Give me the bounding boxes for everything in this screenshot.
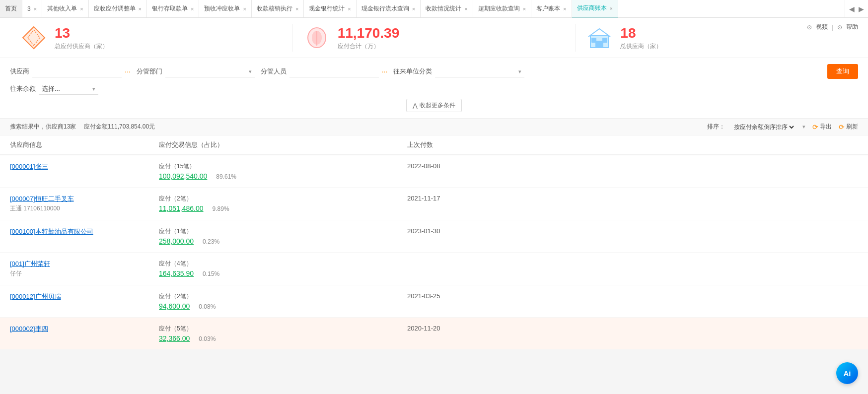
nav-next-arrow[interactable]: ▶: [857, 5, 866, 13]
stat-icon-total-suppliers: [585, 24, 613, 52]
tx-row: 100,092,540.00 89.61%: [159, 172, 407, 180]
search-button[interactable]: 查询: [827, 64, 858, 79]
supplier-input[interactable]: [32, 66, 122, 77]
filter-area: 供应商 ··· 分管部门 ▾ 分管人员 ··· 往来单位分类: [0, 58, 868, 119]
last-pay-date: 2023-01-30: [407, 227, 440, 235]
supplier-name-link[interactable]: [000012]广州贝瑞: [10, 292, 159, 301]
supplier-cell: [000007]恒旺二手叉车 王通 17106110000: [10, 195, 159, 213]
category-select[interactable]: [435, 66, 524, 77]
nav-tab-supplier-account[interactable]: 供应商账本×: [572, 0, 618, 18]
right-actions: 排序： 按应付余额倒序排序 ▾ ⟳ 导出 ⟳ 刷新: [707, 123, 858, 131]
supplier-name-link[interactable]: [000100]本特勤油品有限公司: [10, 227, 159, 236]
tx-label: 应付（1笔）: [159, 227, 407, 236]
tab-close-payable-adjust[interactable]: ×: [139, 6, 142, 12]
nav-tab-home[interactable]: 首页: [0, 0, 22, 18]
circle-icon: ⊙: [807, 24, 812, 31]
nav-tab-payable-adjust[interactable]: 应收应付调整单×: [89, 0, 147, 18]
refresh-action[interactable]: ⟳ 刷新: [839, 123, 858, 131]
tab-close-other-income[interactable]: ×: [80, 6, 83, 12]
balance-select[interactable]: 选择...: [39, 83, 98, 95]
dept-select[interactable]: [165, 66, 255, 77]
transaction-cell: 应付（2笔） 94,600.00 0.08%: [159, 292, 407, 310]
tab-close-tab3[interactable]: ×: [34, 6, 37, 12]
nav-tab-receipt-stat[interactable]: 收款情况统计×: [421, 0, 473, 18]
tx-percent: 0.08%: [199, 303, 216, 310]
supplier-cell: [000001]张三: [10, 162, 159, 171]
person-input[interactable]: [289, 66, 379, 77]
stat-label-total-payable-amount: 应付合计（万）: [338, 42, 400, 51]
nav-tab-prepay-offset[interactable]: 预收冲应收单×: [199, 0, 251, 18]
last-pay-date: 2021-03-25: [407, 292, 440, 300]
supplier-sub: 王通 17106110000: [10, 204, 159, 213]
tx-amount-link[interactable]: 258,000.00: [159, 237, 194, 245]
tab-close-bank-deposit[interactable]: ×: [191, 6, 194, 12]
person-filter: 分管人员 ···: [261, 66, 388, 77]
results-summary-amount: 应付金额111,703,854.00元: [84, 123, 155, 131]
tx-amount-link[interactable]: 11,051,486.00: [159, 204, 204, 212]
tx-amount-link[interactable]: 164,635.90: [159, 269, 194, 277]
table-row: [000001]张三 应付（15笔） 100,092,540.00 89.61%…: [0, 155, 868, 188]
last-pay-date: 2022-08-08: [407, 162, 440, 170]
dept-filter: 分管部门 ▾: [137, 66, 255, 77]
tab-close-prepay-offset[interactable]: ×: [243, 6, 246, 12]
help-link[interactable]: 帮助: [846, 23, 858, 31]
tab-close-supplier-account[interactable]: ×: [610, 5, 613, 11]
nav-tab-cash-bank-stat[interactable]: 现金银行统计×: [304, 0, 356, 18]
balance-label: 往来余额: [10, 84, 36, 93]
supplier-name-link[interactable]: [001]广州荣轩: [10, 260, 159, 268]
nav-tab-overdue-query[interactable]: 超期应收款查询×: [473, 0, 531, 18]
nav-prev-arrow[interactable]: ◀: [847, 5, 857, 13]
collapse-icon: ⋀: [413, 102, 418, 109]
supplier-name-link[interactable]: [000001]张三: [10, 162, 159, 171]
table-row: [000012]广州贝瑞 应付（2笔） 94,600.00 0.08% 2021…: [0, 285, 868, 318]
stat-block-total-payable-amount: 11,170.39 应付合计（万）: [293, 24, 576, 52]
sort-label: 排序：: [707, 123, 725, 131]
lastpay-cell: 2020-11-20: [407, 325, 858, 332]
export-action[interactable]: ⟳ 导出: [812, 123, 832, 131]
nav-tab-receipt-exec[interactable]: 收款核销执行×: [252, 0, 304, 18]
nav-tab-bank-deposit[interactable]: 银行存取款单×: [147, 0, 199, 18]
tab-close-customer-account[interactable]: ×: [563, 6, 566, 12]
tab-close-receipt-stat[interactable]: ×: [464, 6, 467, 12]
nav-tab-tab3[interactable]: 3×: [22, 0, 42, 18]
tab-close-cash-bank-stat[interactable]: ×: [348, 6, 351, 12]
collapse-label: 收起更多条件: [420, 101, 455, 110]
nav-tab-customer-account[interactable]: 客户账本×: [531, 0, 572, 18]
stat-num-total-payable-amount: 11,170.39: [338, 25, 400, 41]
tab-close-cash-bank-flow[interactable]: ×: [412, 6, 415, 12]
data-table: 供应商信息 应付交易信息（占比） 上次付数 [000001]张三 应付（15笔）…: [0, 135, 868, 350]
collapse-button[interactable]: ⋀ 收起更多条件: [406, 99, 462, 112]
tab-close-overdue-query[interactable]: ×: [523, 6, 526, 12]
tx-percent: 0.03%: [199, 335, 216, 342]
tx-amount-link[interactable]: 94,600.00: [159, 302, 190, 310]
table-row: [000007]恒旺二手叉车 王通 17106110000 应付（2笔） 11,…: [0, 188, 868, 220]
dept-label: 分管部门: [137, 67, 162, 76]
supplier-cell: [001]广州荣轩 仔仔: [10, 260, 159, 278]
nav-tab-cash-bank-flow[interactable]: 现金银行流水查询×: [357, 0, 421, 18]
svg-rect-8: [602, 38, 607, 43]
tx-amount-link[interactable]: 32,366.00: [159, 334, 190, 342]
svg-rect-6: [595, 41, 603, 48]
tx-label: 应付（2笔）: [159, 292, 407, 301]
supplier-name-link[interactable]: [000002]李四: [10, 325, 159, 333]
col-header-supplier: 供应商信息: [10, 140, 159, 149]
tx-percent: 9.89%: [213, 205, 229, 212]
tx-percent: 0.15%: [203, 270, 219, 277]
supplier-name-link[interactable]: [000007]恒旺二手叉车: [10, 195, 159, 203]
person-dots[interactable]: ···: [382, 67, 388, 75]
tx-label: 应付（4笔）: [159, 260, 407, 268]
tab-close-receipt-exec[interactable]: ×: [295, 6, 298, 12]
stat-block-total-payable-suppliers: 13 总应付供应商（家）: [10, 24, 293, 52]
lastpay-cell: 2021-03-25: [407, 292, 858, 300]
stat-text-total-payable-suppliers: 13 总应付供应商（家）: [55, 25, 108, 51]
category-label: 往来单位分类: [393, 67, 432, 76]
video-link[interactable]: 视频: [816, 23, 828, 31]
sort-select[interactable]: 按应付余额倒序排序: [732, 123, 796, 131]
col-header-lastpay: 上次付数: [407, 140, 858, 149]
nav-tab-other-income[interactable]: 其他收入单×: [42, 0, 88, 18]
supplier-dots[interactable]: ···: [125, 67, 131, 75]
table-body: [000001]张三 应付（15笔） 100,092,540.00 89.61%…: [0, 155, 868, 350]
stats-bar: 13 总应付供应商（家） 11,170.39 应付合计（万） 18 总供应商（家…: [0, 18, 868, 58]
col-header-transaction: 应付交易信息（占比）: [159, 140, 407, 149]
tx-amount-link[interactable]: 100,092,540.00: [159, 172, 207, 180]
